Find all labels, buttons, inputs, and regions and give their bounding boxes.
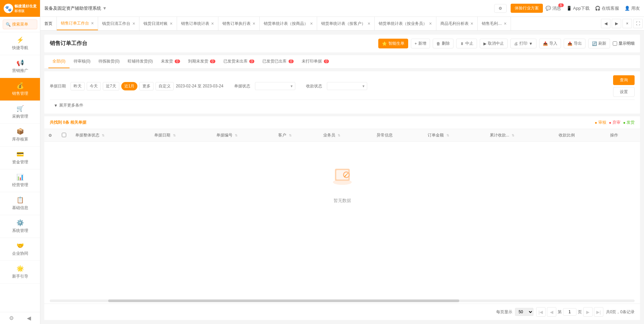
sort-icon[interactable]: ⇅ — [102, 133, 104, 137]
filter-status-select[interactable] — [255, 82, 295, 90]
tab-cash-reconcile[interactable]: 钱货日清对账 × — [139, 17, 177, 30]
sort-icon[interactable]: ⇅ — [289, 133, 292, 137]
sidebar-item-purchase[interactable]: 🛒 采购管理 — [0, 101, 40, 124]
sub-tab-shipped-not-out[interactable]: 已发货未出库 0 — [219, 55, 259, 68]
batch-ship-btn[interactable]: ● 发货 — [623, 120, 635, 125]
horizontal-scrollbar[interactable] — [50, 299, 635, 302]
tab-close-icon[interactable]: × — [132, 21, 135, 26]
export-btn[interactable]: 📤 导出 — [564, 39, 586, 48]
sub-tab-pending-audit[interactable]: 待审核(0) — [70, 55, 95, 68]
page-input[interactable] — [563, 308, 576, 316]
sort-icon[interactable]: ⇅ — [338, 133, 340, 137]
tab-close-icon[interactable]: × — [471, 21, 473, 26]
print-btn[interactable]: 🖨 打印 ▼ — [510, 39, 536, 48]
tab-margin-analysis[interactable]: 商品毛利分析表 × — [436, 17, 478, 30]
user-profile-btn[interactable]: 👤 用友 — [625, 5, 640, 11]
sort-icon[interactable]: ⇅ — [512, 133, 514, 137]
sub-tab-all[interactable]: 全部(0) — [48, 55, 70, 68]
sub-tab-overdue-ship[interactable]: 到期未发货 0 — [184, 55, 219, 68]
search-menu-btn[interactable]: 🔍 搜索菜单 — [3, 19, 37, 29]
tab-close-icon[interactable]: × — [368, 21, 370, 26]
query-btn[interactable]: 查询 — [613, 75, 635, 85]
tab-sales-product[interactable]: 销货单统计表（按商品） × — [260, 17, 317, 30]
sub-tab-wangpu-ship[interactable]: 旺铺待发货(0) — [124, 55, 157, 68]
batch-audit-btn[interactable]: ● 审核 — [595, 120, 606, 125]
sort-icon[interactable]: ⇅ — [173, 133, 176, 137]
tab-sales-margin[interactable]: 销售毛利… × — [478, 17, 511, 30]
system-dropdown-icon[interactable]: ▼ — [102, 6, 107, 11]
filter-custom-btn[interactable]: 自定义 — [156, 82, 174, 90]
tab-scroll-right-btn[interactable]: ▶ — [612, 19, 621, 28]
tab-sales-stats[interactable]: 销售订单统计表 × — [177, 17, 218, 30]
first-page-btn[interactable]: |◀ — [536, 307, 546, 317]
tab-cash-daily[interactable]: 钱货日清工作台 × — [98, 17, 139, 30]
tab-sales-workbench[interactable]: 销售订单工作台 × — [57, 17, 98, 30]
filter-1month-btn[interactable]: 近1月 — [121, 82, 138, 90]
tab-close-icon[interactable]: × — [429, 21, 432, 26]
tab-close-icon[interactable]: × — [253, 21, 255, 26]
sidebar-item-inventory[interactable]: 📦 库存核算 — [0, 124, 40, 147]
last-page-btn[interactable]: ▶| — [594, 307, 603, 317]
table-scroll-container[interactable]: ⚙ 单据整体状态 ⇅ 单据日期 ⇅ 单据编号 — [44, 129, 640, 298]
refresh-btn[interactable]: 🔄 刷新 — [588, 39, 610, 48]
tab-maximize-btn[interactable]: ⛶ — [633, 19, 643, 28]
sub-tab-not-printed[interactable]: 未打印单据 0 — [298, 55, 333, 68]
filter-yesterday-btn[interactable]: 昨天 — [71, 82, 85, 90]
tab-close-icon[interactable]: × — [170, 21, 172, 26]
suspend-btn[interactable]: ⏸ 中止 — [456, 39, 477, 48]
show-detail-checkbox[interactable] — [613, 41, 617, 46]
industry-solution-btn[interactable]: 体验行业方案 — [511, 4, 543, 13]
sidebar-item-marketing[interactable]: 📢 营销推广 — [0, 55, 40, 78]
batch-void-btn[interactable]: ● 弃审 — [609, 120, 620, 125]
collapse-icon[interactable]: ◀ — [27, 315, 31, 321]
sidebar-item-guide[interactable]: 🌟 新手引导 — [0, 261, 40, 284]
filter-payment-select[interactable] — [327, 82, 367, 90]
filter-7days-btn[interactable]: 近7天 — [103, 82, 119, 90]
next-page-btn[interactable]: ▶ — [583, 307, 593, 317]
prev-page-btn[interactable]: ◀ — [547, 307, 556, 317]
delete-btn[interactable]: 🗑 删除 — [433, 39, 454, 48]
settings-btn[interactable]: ⚙ — [494, 4, 507, 13]
sidebar-item-quick-nav[interactable]: ⚡ 快捷导航 — [0, 32, 40, 55]
expand-filter-btn[interactable]: ▼ 展开更多条件 — [50, 101, 635, 110]
tabbar: 首页 销售订单工作台 × 钱货日清工作台 × 钱货日清对账 × 销售订单统计表 … — [40, 17, 644, 31]
filter-more-btn[interactable]: 更多 — [139, 82, 154, 90]
sidebar-item-operations[interactable]: 📊 经营管理 — [0, 169, 40, 192]
select-all-checkbox[interactable] — [62, 133, 66, 137]
tab-sales-customer[interactable]: 销货单统计表（按客户） × — [317, 17, 375, 30]
cancel-suspend-btn[interactable]: ▶ 取消中止 — [480, 39, 508, 48]
sort-icon[interactable]: ⇅ — [235, 133, 238, 137]
tab-close-icon[interactable]: × — [310, 21, 313, 26]
sidebar-item-basic[interactable]: 📋 基础信息 — [0, 192, 40, 215]
add-btn[interactable]: + 新增 — [411, 39, 430, 48]
scrollbar-thumb[interactable] — [108, 299, 459, 302]
sub-tab-not-shipped[interactable]: 未发货 0 — [157, 55, 184, 68]
tab-close-icon[interactable]: × — [504, 21, 507, 26]
sub-tab-pending-inspect[interactable]: 待拣验货(0) — [94, 55, 124, 68]
sidebar-item-sales[interactable]: 💰 销售管理 — [0, 78, 40, 101]
settings-icon[interactable]: ⚙ — [9, 315, 14, 321]
app-download-btn[interactable]: 📱 App下载 — [566, 5, 590, 11]
settings-btn[interactable]: 设置 — [613, 87, 635, 97]
tab-sales-exec[interactable]: 销售订单执行表 × — [218, 17, 260, 30]
online-service-btn[interactable]: 🎧 在线客服 — [595, 5, 619, 11]
message-btn[interactable]: 💬 消息 6 — [546, 5, 561, 11]
tab-close-all-btn[interactable]: × — [622, 19, 632, 28]
col-checkbox[interactable] — [58, 129, 71, 142]
sort-icon[interactable]: ⇅ — [446, 133, 449, 137]
page-size-select[interactable]: 50 100 200 — [515, 308, 533, 316]
tab-close-icon[interactable]: × — [211, 21, 214, 26]
sidebar-item-system[interactable]: ⚙️ 系统管理 — [0, 215, 40, 238]
sidebar-item-finance[interactable]: 💳 资金管理 — [0, 147, 40, 169]
tab-close-icon[interactable]: × — [91, 21, 94, 26]
sub-tab-shipped-out[interactable]: 已发货已出库 0 — [258, 55, 298, 68]
smart-create-btn[interactable]: ⭐ 智能生单 — [378, 39, 408, 48]
import-btn[interactable]: 📥 导入 — [539, 39, 561, 48]
tab-sales-staff[interactable]: 销货单统计表（按业务员） × — [375, 17, 436, 30]
sidebar-item-enterprise[interactable]: 🤝 企业协同 — [0, 238, 40, 261]
col-settings[interactable]: ⚙ — [44, 129, 58, 142]
tab-home[interactable]: 首页 — [40, 17, 57, 30]
tab-scroll-left-btn[interactable]: ◀ — [601, 19, 610, 28]
show-detail-toggle[interactable]: 显示明细 — [613, 41, 635, 46]
filter-today-btn[interactable]: 今天 — [87, 82, 101, 90]
